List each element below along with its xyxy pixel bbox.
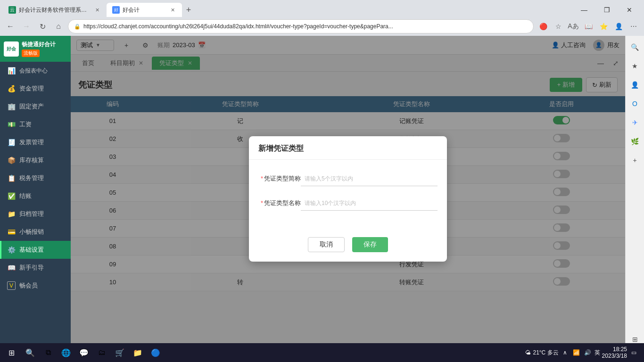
address-text: https://cloud2.chanjet.com/accounting/uh…	[83, 23, 528, 30]
abbr-form-row: *凭证类型简称	[258, 171, 438, 186]
logo-icon: 好会	[4, 41, 19, 57]
new-tab-button[interactable]: +	[182, 3, 195, 16]
sidebar-logo[interactable]: 好会 畅捷通好合计 流畅版	[0, 36, 71, 62]
time-display: 18:25	[602, 346, 627, 353]
kucun-icon: 📦	[7, 156, 16, 165]
more-button[interactable]: ⋯	[627, 20, 640, 33]
forward-button[interactable]: →	[20, 20, 33, 33]
systray-wifi[interactable]: 📶	[572, 348, 581, 357]
sidebar-item-xiaopang[interactable]: 💳 小畅报销	[0, 223, 71, 241]
reload-button[interactable]: ↻	[36, 20, 49, 33]
weather-icon: 🌤	[525, 349, 531, 356]
save-button[interactable]: 保存	[352, 237, 388, 252]
tab-favicon-1: 云	[8, 6, 16, 14]
tab-close-2[interactable]: ✕	[169, 6, 176, 14]
taskbar-files-icon[interactable]: 📁	[129, 344, 146, 361]
profile-button[interactable]: 👤	[612, 20, 625, 33]
sidebar-item-fapiao[interactable]: 🧾 发票管理	[0, 133, 71, 151]
guding-icon: 🏢	[7, 102, 16, 111]
fapiao-icon: 🧾	[7, 138, 16, 147]
cancel-button[interactable]: 取消	[308, 237, 345, 252]
modal-footer: 取消 保存	[249, 231, 447, 262]
show-desktop-button[interactable]: ▭	[629, 348, 638, 357]
tab-close-1[interactable]: ✕	[93, 6, 101, 14]
abbr-input[interactable]	[301, 171, 438, 186]
sidebar-item-gongzi[interactable]: 💵 工资	[0, 115, 71, 133]
browser-actions: 🔴 ☆ Aあ 📖 ⭐ 👤 ⋯	[537, 20, 640, 33]
address-bar: ← → ↻ ⌂ 🔒 https://cloud2.chanjet.com/acc…	[0, 17, 644, 36]
bookmark-button[interactable]: ☆	[552, 20, 565, 33]
sidebar-item-label-huiyuan: 畅会员	[19, 281, 38, 290]
clock[interactable]: 18:25 2023/3/18	[602, 346, 627, 359]
sidebar-item-jichushe[interactable]: ⚙️ 基础设置	[0, 241, 71, 259]
maximize-button[interactable]: ❒	[596, 3, 618, 17]
logo-text-area: 畅捷通好合计 流畅版	[22, 41, 56, 57]
reading-button[interactable]: 📖	[582, 20, 595, 33]
translate-button[interactable]: Aあ	[567, 20, 580, 33]
lock-icon: 🔒	[74, 24, 81, 30]
extensions-button[interactable]: 🔴	[537, 20, 550, 33]
sidebar-item-label-jiezhang: 结账	[19, 192, 32, 200]
sidebar-item-guidang[interactable]: 📁 归档管理	[0, 205, 71, 223]
sidebar-item-kucun[interactable]: 📦 库存核算	[0, 151, 71, 169]
start-button[interactable]: ⊞	[2, 344, 21, 361]
abbr-label: *凭证类型简称	[258, 174, 301, 183]
browser-chrome: 云 好会计云财务软件管理系统_会计 ✕ 好 好会计 ✕ + — ❒ ✕ ← → …	[0, 0, 644, 36]
sidebar-item-huibao[interactable]: 📊 会报表中心	[0, 62, 71, 80]
sidebar-item-huiyuan[interactable]: V 畅会员	[0, 277, 71, 295]
right-panel-person-button[interactable]: 👤	[627, 77, 643, 92]
shuiwu-icon: 📋	[7, 174, 16, 182]
abbr-required-mark: *	[261, 175, 263, 182]
taskbar-search-button[interactable]: 🔍	[22, 344, 39, 361]
address-input[interactable]: 🔒 https://cloud2.chanjet.com/accounting/…	[68, 19, 534, 33]
zijin-icon: 💰	[7, 84, 16, 93]
weather-info: 🌤 21°C 多云	[525, 349, 558, 357]
huibao-icon: 📊	[7, 66, 16, 75]
systray-volume[interactable]: 🔊	[583, 348, 593, 357]
window-controls: — ❒ ✕	[573, 3, 644, 17]
sidebar-item-shuiwu[interactable]: 📋 税务管理	[0, 169, 71, 187]
close-button[interactable]: ✕	[619, 3, 640, 17]
sidebar-item-label-kucun: 库存核算	[19, 156, 44, 165]
home-button[interactable]: ⌂	[52, 20, 65, 33]
sidebar-item-zijin[interactable]: 💰 资金管理	[0, 80, 71, 98]
logo-badge: 流畅版	[22, 49, 40, 57]
sidebar-item-label-gongzi: 工资	[19, 120, 32, 129]
sidebar-item-label-fapiao: 发票管理	[19, 138, 44, 147]
name-label: *凭证类型名称	[258, 199, 301, 207]
right-panel-outlook-button[interactable]: O	[627, 96, 643, 111]
sidebar-item-xinshou[interactable]: 📖 新手引导	[0, 259, 71, 277]
sidebar-item-label-xinshou: 新手引导	[19, 263, 44, 272]
sidebar-item-label-guidang: 归档管理	[19, 210, 44, 218]
sidebar-item-guding[interactable]: 🏢 固定资产	[0, 98, 71, 115]
modal-title: 新增凭证类型	[258, 144, 304, 152]
weather-text: 21°C 多云	[533, 349, 558, 357]
taskbar-chat-icon[interactable]: 💬	[75, 344, 92, 361]
right-panel-star-button[interactable]: ★	[627, 58, 643, 74]
xinshou-icon: 📖	[7, 263, 16, 272]
sidebar-item-label-huibao: 会报表中心	[19, 67, 48, 75]
tab-title-2: 好会计	[123, 6, 166, 14]
lang-indicator[interactable]: 英	[594, 349, 600, 357]
taskbar-blue-icon[interactable]: 🔵	[147, 344, 164, 361]
back-button[interactable]: ←	[4, 20, 17, 33]
tab-favicon-2: 好	[112, 6, 120, 14]
browser-tab-1[interactable]: 云 好会计云财务软件管理系统_会计 ✕	[3, 3, 107, 17]
right-panel-green-button[interactable]: 🌿	[627, 134, 643, 149]
right-panel-search-button[interactable]: 🔍	[627, 40, 643, 55]
right-panel-add-button[interactable]: +	[627, 153, 643, 168]
taskbar-taskview-button[interactable]: ⧉	[40, 344, 57, 361]
right-panel-send-button[interactable]: ✈	[627, 115, 643, 130]
name-input[interactable]	[301, 196, 438, 211]
browser-tab-2[interactable]: 好 好会计 ✕	[107, 3, 182, 17]
minimize-button[interactable]: —	[573, 3, 595, 17]
taskbar-store-icon[interactable]: 🛒	[111, 344, 128, 361]
modal-body: *凭证类型简称 *凭证类型名称	[249, 160, 447, 231]
sidebar-item-jiezhang[interactable]: ✅ 结账	[0, 187, 71, 205]
taskbar-edge-icon[interactable]: 🌐	[58, 344, 74, 361]
collection-button[interactable]: ⭐	[597, 20, 610, 33]
xiaopang-icon: 💳	[7, 228, 16, 236]
sidebar: 好会 畅捷通好合计 流畅版 📊 会报表中心 💰 资金管理 🏢 固定资产 💵 工资	[0, 36, 71, 362]
taskbar-folder-icon[interactable]: 🗂	[93, 344, 110, 361]
systray-chevron[interactable]: ∧	[561, 348, 570, 357]
